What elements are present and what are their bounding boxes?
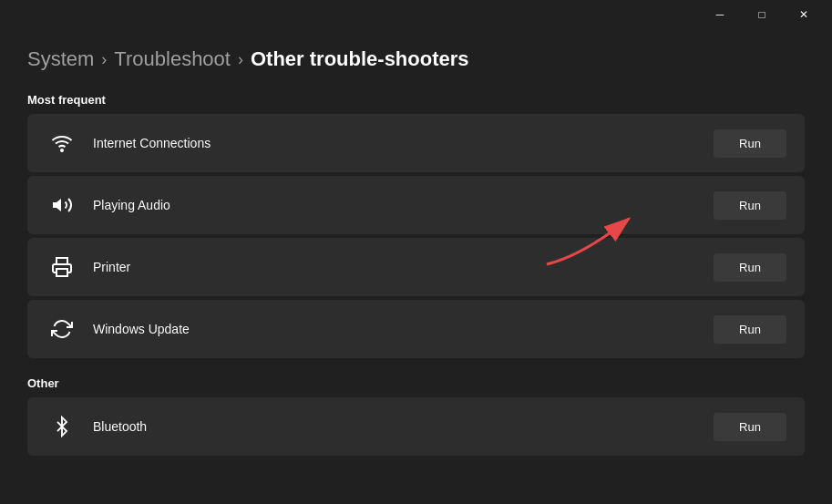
item-internet-connections-label: Internet Connections xyxy=(93,136,714,150)
minimize-button[interactable]: ─ xyxy=(699,0,741,29)
printer-icon xyxy=(46,256,78,278)
run-printer-button[interactable]: Run xyxy=(714,253,786,282)
breadcrumb: System › Troubleshoot › Other trouble-sh… xyxy=(27,47,805,71)
section-header-frequent: Most frequent xyxy=(27,93,805,107)
title-bar: ─ □ ✕ xyxy=(0,0,832,29)
settings-window: ─ □ ✕ System › Troubleshoot › Other trou… xyxy=(0,0,832,504)
window-controls: ─ □ ✕ xyxy=(699,0,825,29)
item-playing-audio-label: Playing Audio xyxy=(93,198,714,212)
run-bluetooth-button[interactable]: Run xyxy=(714,413,786,441)
maximize-button[interactable]: □ xyxy=(741,0,783,29)
list-item: Internet Connections Run xyxy=(27,114,805,172)
item-printer-label: Printer xyxy=(93,260,714,274)
audio-icon xyxy=(46,194,78,216)
breadcrumb-troubleshoot[interactable]: Troubleshoot xyxy=(114,47,231,71)
list-item: Playing Audio Run xyxy=(27,176,805,234)
update-icon xyxy=(46,318,78,340)
list-item: Bluetooth Run xyxy=(27,397,805,456)
svg-marker-1 xyxy=(53,199,61,211)
run-windows-update-button[interactable]: Run xyxy=(714,315,786,344)
list-item: Printer Run xyxy=(27,238,805,296)
bluetooth-icon xyxy=(46,416,78,437)
svg-point-0 xyxy=(61,149,63,151)
item-windows-update-label: Windows Update xyxy=(93,322,714,336)
close-button[interactable]: ✕ xyxy=(783,0,825,29)
list-item: Windows Update Run xyxy=(27,300,805,358)
main-content: System › Troubleshoot › Other trouble-sh… xyxy=(0,29,832,504)
breadcrumb-sep-1: › xyxy=(101,50,107,69)
breadcrumb-sep-2: › xyxy=(238,50,243,69)
wifi-icon xyxy=(46,132,78,154)
run-internet-connections-button[interactable]: Run xyxy=(714,129,786,158)
item-bluetooth-label: Bluetooth xyxy=(93,419,714,434)
section-header-other: Other xyxy=(27,376,805,390)
run-playing-audio-button[interactable]: Run xyxy=(714,191,786,220)
breadcrumb-system[interactable]: System xyxy=(27,47,94,71)
svg-rect-2 xyxy=(56,269,67,276)
breadcrumb-current: Other trouble-shooters xyxy=(251,47,469,71)
